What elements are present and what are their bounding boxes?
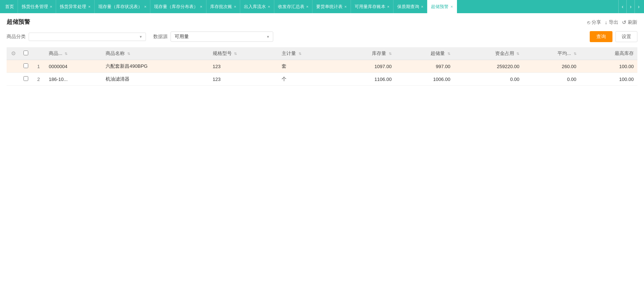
row-name: 六配套新昌490BPG (102, 60, 209, 73)
overstock-table: ⚙ 商品... ⇅ 商品名称 ⇅ 规格型号 (7, 47, 637, 86)
spec-column-header[interactable]: 规格型号 ⇅ (209, 47, 278, 60)
nav-more-button[interactable]: › (634, 0, 643, 13)
row-unit: 个 (278, 73, 337, 86)
sort-icon: ⇅ (574, 52, 577, 56)
datasource-select-value: 可用量 (175, 33, 189, 40)
share-icon: ⎋ (587, 19, 590, 25)
nav-arrows: ‹ › › (618, 0, 643, 13)
row-unit: 套 (278, 60, 337, 73)
row-gear-cell (7, 60, 20, 73)
row-code: 186-10... (45, 73, 102, 86)
row-checkbox[interactable] (23, 63, 28, 68)
row-gear-cell (7, 73, 20, 86)
sort-icon: ⇅ (234, 52, 237, 56)
gear-icon[interactable]: ⚙ (11, 50, 16, 56)
category-filter-group: 商品分类 ▾ (7, 33, 146, 41)
table-row: 2 186-10... 机油滤清器 123 个 1106.00 1006.00 … (7, 73, 637, 86)
nav-tab-home[interactable]: 首页 (1, 0, 18, 13)
row-avg: 260.00 (523, 60, 580, 73)
nav-tab-task-mgmt[interactable]: 拣货任务管理 × (18, 0, 56, 13)
export-button[interactable]: ↓ 导出 (605, 19, 618, 26)
category-select[interactable]: ▾ (29, 33, 146, 41)
main-content: 超储预警 ⎋ 分享 ↓ 导出 ↺ 刷新 商品分类 ▾ 数据源 (0, 13, 644, 293)
checkbox-column-header[interactable] (20, 47, 32, 60)
sort-icon: ⇅ (299, 52, 301, 56)
sort-icon: ⇅ (447, 52, 450, 56)
nav-tab-inout-flow[interactable]: 出入库流水 × (240, 0, 274, 13)
close-icon[interactable]: × (50, 4, 52, 9)
row-name: 机油滤清器 (102, 73, 209, 86)
table-row: 1 0000004 六配套新昌490BPG 123 套 1097.00 997.… (7, 60, 637, 73)
top-navigation: 首页 拣货任务管理 × 拣货异常处理 × 现存量（库存状况表） × 现存量（库存… (0, 0, 644, 13)
row-seq: 1 (32, 60, 45, 73)
gear-column-header[interactable]: ⚙ (7, 47, 20, 60)
row-overstock: 1006.00 (395, 73, 454, 86)
row-code: 0000004 (45, 60, 102, 73)
datasource-label: 数据源 (153, 33, 168, 40)
close-icon[interactable]: × (144, 4, 146, 9)
overstock-column-header[interactable]: 超储量 ⇅ (395, 47, 454, 60)
sort-icon: ⇅ (389, 52, 392, 56)
datasource-select[interactable]: 可用量 ▾ (171, 31, 273, 42)
refresh-icon: ↺ (622, 19, 626, 25)
share-button[interactable]: ⎋ 分享 (587, 19, 601, 26)
close-icon[interactable]: × (421, 4, 423, 9)
name-column-header[interactable]: 商品名称 ⇅ (102, 47, 209, 60)
close-icon[interactable]: × (234, 4, 236, 9)
page-title: 超储预警 (7, 18, 30, 26)
row-checkbox[interactable] (23, 76, 28, 81)
row-maxstock: 100.00 (580, 73, 637, 86)
table-body: 1 0000004 六配套新昌490BPG 123 套 1097.00 997.… (7, 60, 637, 86)
unit-column-header[interactable]: 主计量 ⇅ (278, 47, 337, 60)
capital-column-header[interactable]: 资金占用 ⇅ (454, 47, 523, 60)
row-capital: 0.00 (454, 73, 523, 86)
settings-button[interactable]: 设置 (615, 31, 637, 42)
filter-actions: 查询 设置 (590, 31, 637, 42)
page-header: 超储预警 ⎋ 分享 ↓ 导出 ↺ 刷新 (7, 18, 637, 26)
nav-tab-overstock[interactable]: 超储预警 × (427, 0, 457, 13)
nav-prev-button[interactable]: ‹ (618, 0, 626, 13)
row-checkbox-cell[interactable] (20, 60, 32, 73)
row-capital: 259220.00 (454, 60, 523, 73)
nav-tab-quality-date[interactable]: 保质期查询 × (394, 0, 427, 13)
code-column-header[interactable]: 商品... ⇅ (45, 47, 102, 60)
row-avg: 0.00 (523, 73, 580, 86)
row-stock: 1097.00 (337, 60, 395, 73)
close-icon[interactable]: × (450, 4, 453, 9)
seq-column-header (32, 47, 45, 60)
nav-tab-stock-dist[interactable]: 现存量（库存分布表） × (150, 0, 206, 13)
refresh-button[interactable]: ↺ 刷新 (622, 19, 637, 26)
sort-icon: ⇅ (516, 52, 519, 56)
close-icon[interactable]: × (268, 4, 270, 9)
select-all-checkbox[interactable] (23, 51, 28, 55)
datasource-filter-group: 数据源 可用量 ▾ (153, 31, 273, 42)
row-maxstock: 100.00 (580, 60, 637, 73)
maxstock-column-header[interactable]: 最高库存 (580, 47, 637, 60)
close-icon[interactable]: × (344, 4, 347, 9)
filter-row: 商品分类 ▾ 数据源 可用量 ▾ 查询 设置 (7, 31, 637, 42)
nav-next-button[interactable]: › (626, 0, 634, 13)
close-icon[interactable]: × (306, 4, 308, 9)
nav-tab-abnormal[interactable]: 拣货异常处理 × (56, 0, 94, 13)
nav-tab-stock-status[interactable]: 现存量（库存状况表） × (95, 0, 150, 13)
chevron-down-icon: ▾ (267, 34, 269, 39)
sort-icon: ⇅ (65, 52, 67, 56)
nav-tab-avail-stock[interactable]: 可用量库存账本 × (351, 0, 394, 13)
row-checkbox-cell[interactable] (20, 73, 32, 86)
stock-column-header[interactable]: 库存量 ⇅ (337, 47, 395, 60)
nav-tab-order-stats[interactable]: 要货单统计表 × (312, 0, 351, 13)
nav-tab-recv-summary[interactable]: 收发存汇总表 × (274, 0, 312, 13)
export-icon: ↓ (605, 19, 607, 25)
category-label: 商品分类 (7, 33, 26, 40)
query-button[interactable]: 查询 (590, 31, 612, 42)
chevron-down-icon: ▾ (140, 34, 142, 39)
close-icon[interactable]: × (387, 4, 389, 9)
row-spec: 123 (209, 60, 278, 73)
close-icon[interactable]: × (200, 4, 202, 9)
close-icon[interactable]: × (88, 4, 90, 9)
row-seq: 2 (32, 73, 45, 86)
avg-column-header[interactable]: 平均... ⇅ (523, 47, 580, 60)
table-header-row: ⚙ 商品... ⇅ 商品名称 ⇅ 规格型号 (7, 47, 637, 60)
row-overstock: 997.00 (395, 60, 454, 73)
nav-tab-batch[interactable]: 库存批次账 × (206, 0, 240, 13)
